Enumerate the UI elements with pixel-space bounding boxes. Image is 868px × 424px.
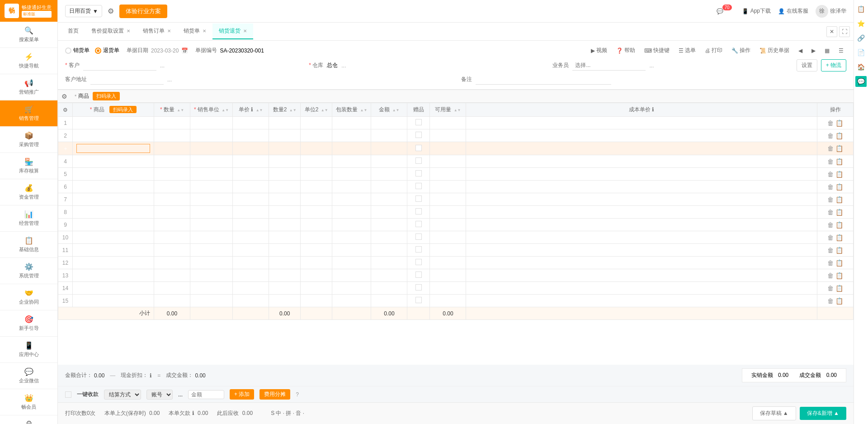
user-menu[interactable]: 徐 徐泽华 [816,5,846,18]
right-panel-icon-4[interactable]: 📄 [855,47,867,58]
operate-btn[interactable]: 🔧 操作 [729,45,753,56]
gift-cell-1[interactable] [407,117,430,129]
copy-icon[interactable]: 📋 [835,285,843,292]
radio-delivery[interactable]: 销货单 [65,47,90,54]
select-btn[interactable]: ☰ 选单 [676,45,698,56]
copy-icon[interactable]: 📋 [835,272,843,279]
unit-cell-2[interactable] [190,129,233,142]
sidebar-item-basic[interactable]: 📋 基础信息 [0,232,57,258]
sidebar-item-enterprise[interactable]: 🤝 企业协同 [0,284,57,310]
experience-btn[interactable]: 体验行业方案 [119,5,167,18]
gift-checkbox[interactable] [415,157,422,164]
sort-unit2-icon[interactable]: ▲▼ [321,108,328,112]
delete-icon[interactable]: 🗑 [827,272,834,279]
copy-icon[interactable]: 📋 [835,196,843,203]
delete-icon-3[interactable]: 🗑 [827,145,834,152]
sort-pack-icon[interactable]: ▲▼ [360,108,368,112]
unit-cell-1[interactable] [190,117,233,129]
tab-sale-return[interactable]: 销货退货 ✕ [212,24,253,39]
customer-input[interactable] [83,60,156,71]
gift-checkbox[interactable] [415,195,422,202]
copy-icon[interactable]: 📋 [835,158,843,165]
tab-sale-delivery[interactable]: 销货单 ✕ [177,24,212,39]
gift-checkbox-3[interactable] [415,145,422,151]
delete-icon-2[interactable]: 🗑 [827,132,834,139]
qty-cell-2[interactable] [154,129,190,142]
draft-dropdown-icon[interactable]: ▲ [783,410,788,416]
sort-amount-icon[interactable]: ▲▼ [392,108,400,112]
radio-return[interactable]: 退货单 [95,47,119,54]
fee-split-btn[interactable]: 费用分摊 [259,389,290,400]
gift-checkbox[interactable] [415,284,422,291]
price-info-icon[interactable]: ℹ [251,106,253,113]
gift-checkbox[interactable] [415,233,422,240]
pack-cell-1[interactable] [332,117,371,129]
online-service-btn[interactable]: 👤 在线客服 [778,7,808,15]
sidebar-settings-btn[interactable]: ⚙ [0,415,57,424]
right-panel-icon-6[interactable]: 💬 [855,76,867,87]
tab-close-btn[interactable]: ✕ [826,26,837,37]
sort-unit-icon[interactable]: ▲▼ [222,108,229,112]
qty2-cell-2[interactable] [269,129,301,142]
add-row-icon[interactable]: ＋ [63,145,68,152]
copy-icon-1[interactable]: 📋 [835,119,843,127]
right-panel-icon-5[interactable]: 🏠 [855,62,867,72]
scan-btn[interactable]: 扫码录入 [109,106,137,113]
staff-dots[interactable]: ... [649,62,654,69]
delete-icon[interactable]: 🗑 [827,247,834,254]
delete-icon[interactable]: 🗑 [827,183,834,191]
sidebar-item-guide[interactable]: 🎯 新手引导 [0,310,57,337]
gift-cell-3[interactable] [407,142,430,155]
tab-sale-order-close[interactable]: ✕ [167,29,171,33]
price-cell-2[interactable] [233,129,269,142]
delete-icon[interactable]: 🗑 [827,209,834,216]
customer-dots[interactable]: ... [160,62,165,69]
delete-icon[interactable]: 🗑 [827,297,834,305]
sidebar-item-wechat[interactable]: 💬 企业微信 [0,363,57,389]
copy-icon[interactable]: 📋 [835,234,843,241]
gift-checkbox[interactable] [415,259,422,265]
sidebar-item-system[interactable]: ⚙️ 系统管理 [0,258,57,284]
price-cell-3[interactable] [233,142,269,155]
sort-qty2-icon[interactable]: ▲▼ [289,108,297,112]
copy-icon[interactable]: 📋 [835,209,843,216]
date-value[interactable]: 2023-03-20 [151,48,179,54]
copy-icon[interactable]: 📋 [835,297,843,305]
tab-sale-delivery-close[interactable]: ✕ [203,29,206,33]
grid-view-btn[interactable]: ▦ [822,46,832,55]
unit-cell-3[interactable] [190,142,233,155]
sidebar-item-finance[interactable]: 💰 资金管理 [0,179,57,205]
copy-icon-2[interactable]: 📋 [835,132,843,139]
product-input-3[interactable] [76,144,150,153]
scan-input-btn[interactable]: 扫码录入 [93,92,120,100]
method-select[interactable]: 结算方式 [104,390,141,400]
unit2-cell-1[interactable] [301,117,332,129]
sidebar-item-operations[interactable]: 📊 经营管理 [0,205,57,232]
account-dots[interactable]: ... [178,391,183,398]
table-gear-icon[interactable]: ⚙ [61,93,67,100]
sidebar-item-marketing[interactable]: 📢 营销推广 [0,74,57,100]
topbar-gear-icon[interactable]: ⚙ [108,7,114,15]
copy-icon[interactable]: 📋 [835,221,843,229]
pack-cell-3[interactable] [332,142,371,155]
gift-checkbox[interactable] [415,170,422,176]
tab-sale-extract[interactable]: 售价提取设置 ✕ [85,24,137,39]
delete-icon[interactable]: 🗑 [827,221,834,229]
available-cell-2[interactable] [430,129,466,142]
gift-checkbox[interactable] [415,272,422,278]
amount-cell-2[interactable] [371,129,407,142]
one-click-checkbox[interactable] [65,391,71,398]
row-add-btn[interactable]: ＋ [58,142,73,155]
industry-selector[interactable]: 日用百货 ▼ [65,5,102,17]
prev-record-btn[interactable]: ◀ [796,46,805,55]
gift-cell-2[interactable] [407,129,430,142]
cost-cell-3[interactable] [466,142,817,155]
save-draft-btn[interactable]: 保存草稿 ▲ [752,406,796,420]
tab-expand-btn[interactable]: ⛶ [839,26,850,37]
next-record-btn[interactable]: ▶ [809,46,818,55]
help-btn[interactable]: ❓ 帮助 [613,45,638,56]
delete-icon-1[interactable]: 🗑 [827,119,834,127]
sort-price-icon[interactable]: ▲▼ [256,108,263,112]
tab-home[interactable]: 首页 [61,24,85,39]
qty-cell-3[interactable] [154,142,190,155]
